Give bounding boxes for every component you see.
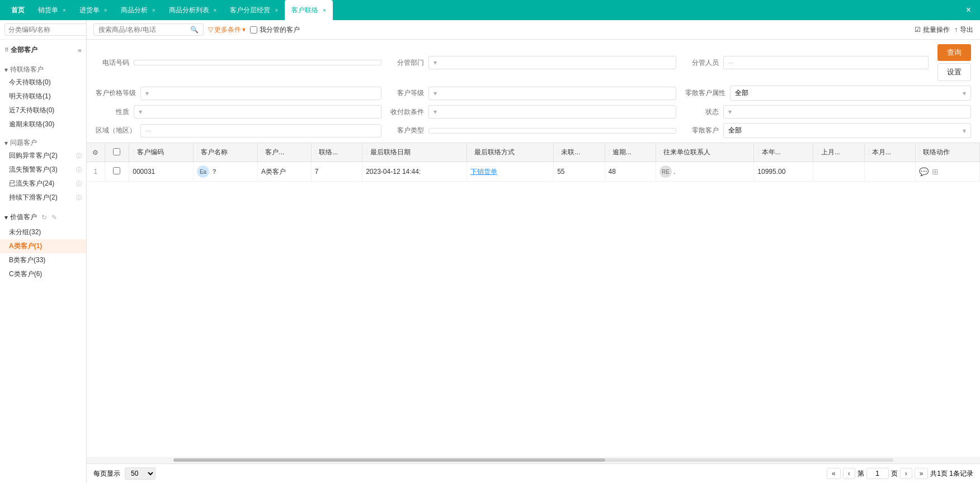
last-contact-method-cell[interactable]: 下销货单 bbox=[467, 162, 553, 182]
sidebar-item-class-c[interactable]: C类客户(6) bbox=[0, 267, 86, 281]
query-button[interactable]: 查询 bbox=[937, 44, 971, 61]
tab-customer-tier-close[interactable]: × bbox=[275, 7, 278, 13]
tab-customer-contact-close[interactable]: × bbox=[323, 7, 326, 13]
batch-op-label: 批量操作 bbox=[923, 25, 950, 35]
sidebar-item-overdue[interactable]: 逾期未联络(30) bbox=[0, 117, 86, 131]
more-conditions-button[interactable]: ▽ 更多条件 ▾ bbox=[208, 25, 246, 35]
status-select[interactable]: ▾ bbox=[723, 105, 971, 119]
th-contact-count: :联络... bbox=[311, 143, 362, 162]
class-c-label: C类客户(6) bbox=[9, 269, 42, 279]
sidebar-item-churned[interactable]: 已流失客户(24) ⓘ bbox=[0, 177, 86, 191]
sidebar-item-7days[interactable]: 近7天待联络(0) bbox=[0, 103, 86, 117]
per-page-select[interactable]: 50 100 200 bbox=[125, 467, 156, 480]
sidebar-item-churn-warning[interactable]: 流失预警客户(3) ⓘ bbox=[0, 163, 86, 177]
settings-button[interactable]: 设置 bbox=[937, 63, 971, 81]
sidebar-all-customers[interactable]: ⠿ 全部客户 « bbox=[0, 42, 86, 58]
churn-warning-label: 流失预警客户(3) bbox=[9, 165, 58, 174]
my-customers-checkbox[interactable]: 我分管的客户 bbox=[250, 25, 300, 35]
contact-method-link[interactable]: 下销货单 bbox=[470, 168, 497, 176]
sidebar-item-class-b[interactable]: B类客户(33) bbox=[0, 253, 86, 267]
settings-gear-icon[interactable]: ⚙ bbox=[92, 149, 98, 157]
last-contact-date-cell: 2023-04-12 14:44: bbox=[362, 162, 467, 182]
class-a-label: A类客户(1) bbox=[9, 242, 42, 251]
sidebar-item-class-a[interactable]: A类客户(1) bbox=[0, 239, 86, 253]
tab-goods-list[interactable]: 商品分析列表 × bbox=[162, 0, 224, 20]
sidebar-item-repurchase-abnormal[interactable]: 回购异常客户(2) ⓘ bbox=[0, 149, 86, 163]
first-page-button[interactable]: « bbox=[827, 468, 841, 479]
sidebar-search-input[interactable] bbox=[4, 23, 87, 36]
value-customers-section: ▾ 价值客户 ↻ ✎ 未分组(32) A类客户(1) B类客户(33) C类客户… bbox=[0, 207, 86, 283]
refresh-icon[interactable]: ↻ bbox=[41, 214, 47, 221]
tab-purchase[interactable]: 进货单 × bbox=[73, 0, 114, 20]
manager-input[interactable]: ··· bbox=[723, 56, 929, 69]
row-checkbox-cell[interactable] bbox=[105, 162, 129, 182]
status-arrow: ▾ bbox=[728, 108, 732, 116]
customer-type-input[interactable] bbox=[428, 128, 676, 134]
region-input[interactable]: ··· bbox=[140, 124, 381, 138]
batch-operation-button[interactable]: ☑ 批量操作 bbox=[915, 25, 950, 35]
search-icon[interactable]: 🔍 bbox=[190, 26, 199, 34]
table-row: 1 000031 Ea ？ A类客户 7 2023-04-12 14:44: bbox=[87, 162, 980, 182]
scrollbar-thumb[interactable] bbox=[173, 458, 605, 462]
th-this-year: :本年... bbox=[754, 143, 813, 162]
export-button[interactable]: ↑ 导出 bbox=[954, 25, 973, 35]
search-input[interactable] bbox=[98, 26, 188, 34]
advanced-filter: 电话号码 分管部门 ▾ 分管人员 ··· 查询 设置 bbox=[87, 40, 980, 143]
select-all-checkbox[interactable] bbox=[113, 148, 120, 155]
sidebar-item-today[interactable]: 今天待联络(0) bbox=[0, 75, 86, 89]
tab-sales-close[interactable]: × bbox=[63, 7, 66, 13]
problem-customers-group[interactable]: ▾ 问题客户 bbox=[0, 136, 86, 149]
tab-sales-label: 销货单 bbox=[38, 6, 58, 15]
tab-purchase-close[interactable]: × bbox=[104, 7, 107, 13]
th-checkbox[interactable] bbox=[105, 143, 129, 162]
value-customers-label: 价值客户 bbox=[10, 212, 37, 222]
qr-icon[interactable]: ⊞ bbox=[932, 167, 939, 176]
nature-select[interactable]: ▾ bbox=[134, 105, 381, 119]
sidebar-item-ungrouped[interactable]: 未分组(32) bbox=[0, 225, 86, 239]
bottom-bar: 每页显示 50 100 200 « ‹ 第 页 › » 共1页 1条记录 bbox=[87, 463, 980, 483]
chat-icon[interactable]: 💬 bbox=[919, 167, 929, 176]
my-customers-check[interactable] bbox=[250, 26, 257, 34]
customer-name-cell: Ea ？ bbox=[194, 162, 258, 182]
price-level-select[interactable]: ▾ bbox=[140, 87, 381, 100]
sidebar-item-declining[interactable]: 持续下滑客户(2) ⓘ bbox=[0, 191, 86, 205]
pending-contact-group[interactable]: ▾ 待联络客户 bbox=[0, 63, 86, 75]
th-company-contact: :往来单位联系人 bbox=[656, 143, 753, 162]
tab-goods-analysis[interactable]: 商品分析 × bbox=[114, 0, 162, 20]
prev-page-button[interactable]: ‹ bbox=[843, 468, 855, 479]
price-level-label: 客户价格等级 bbox=[96, 88, 136, 98]
th-no-contact: :未联... bbox=[554, 143, 605, 162]
horizontal-scrollbar[interactable] bbox=[87, 457, 980, 463]
sidebar-item-tomorrow[interactable]: 明天待联络(1) bbox=[0, 89, 86, 103]
page-input[interactable] bbox=[866, 468, 889, 479]
scrollbar-track[interactable] bbox=[173, 458, 893, 462]
tab-home[interactable]: 首页 bbox=[4, 0, 31, 20]
customer-level-select[interactable]: ▾ bbox=[428, 87, 676, 100]
sidebar: 🔍 ⠿ 全部客户 « ▾ 待联络客户 今天待联络(0) 明天待联络(1) 近7天… bbox=[0, 20, 87, 483]
dept-select[interactable]: ▾ bbox=[428, 56, 676, 69]
retail-customer-select[interactable]: 全部 ▾ bbox=[723, 123, 971, 138]
th-settings[interactable]: ⚙ bbox=[87, 143, 105, 162]
tab-goods-list-close[interactable]: × bbox=[214, 7, 217, 13]
value-customers-group[interactable]: ▾ 价值客户 ↻ ✎ bbox=[0, 209, 86, 225]
phone-input[interactable] bbox=[134, 60, 381, 65]
close-all-button[interactable]: × bbox=[962, 5, 976, 15]
sidebar-collapse-button[interactable]: « bbox=[78, 46, 82, 54]
tab-goods-analysis-close[interactable]: × bbox=[152, 7, 156, 13]
row-checkbox[interactable] bbox=[113, 167, 120, 174]
churned-label: 已流失客户(24) bbox=[9, 179, 54, 188]
retail-attr-select[interactable]: 全部 ▾ bbox=[730, 86, 971, 101]
customer-name-text: ？ bbox=[211, 168, 218, 176]
last-month-cell bbox=[813, 162, 864, 182]
edit-icon[interactable]: ✎ bbox=[51, 214, 57, 221]
tab-sales[interactable]: 销货单 × bbox=[31, 0, 73, 20]
retail-customer-label: 零散客户 bbox=[685, 126, 719, 135]
next-page-button[interactable]: › bbox=[900, 468, 912, 479]
filter-row-2-col-1: 客户价格等级 ▾ bbox=[96, 86, 381, 101]
tab-customer-tier[interactable]: 客户分层经营 × bbox=[223, 0, 285, 20]
th-actions: :联络动作 bbox=[916, 143, 980, 162]
tab-customer-contact[interactable]: 客户联络 × bbox=[285, 0, 333, 20]
payment-select[interactable]: ▾ bbox=[428, 105, 676, 119]
last-page-button[interactable]: » bbox=[915, 468, 929, 479]
main-layout: 🔍 ⠿ 全部客户 « ▾ 待联络客户 今天待联络(0) 明天待联络(1) 近7天… bbox=[0, 20, 980, 483]
